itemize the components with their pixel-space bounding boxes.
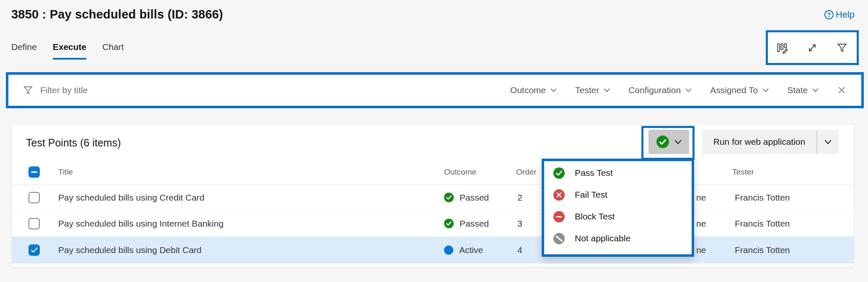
filter-dropdown-state[interactable]: State xyxy=(787,85,819,95)
column-options-button[interactable] xyxy=(773,38,792,57)
check-icon xyxy=(31,248,38,253)
help-link[interactable]: ? Help xyxy=(824,9,855,20)
filter-dropdown-outcome[interactable]: Outcome xyxy=(510,85,557,95)
tab-execute[interactable]: Execute xyxy=(53,42,87,60)
table-row[interactable]: Pay scheduled bills using Internet Banki… xyxy=(12,211,854,237)
menu-item-label: Fail Test xyxy=(575,190,607,200)
row-title: Pay scheduled bills using Credit Card xyxy=(58,193,204,203)
run-button-label: Run for web application xyxy=(702,130,816,154)
help-label: Help xyxy=(836,9,855,20)
clipped-configuration-text: ne xyxy=(696,245,706,255)
row-tester: Francis Totten xyxy=(735,245,790,255)
help-question-icon: ? xyxy=(824,10,834,19)
row-checkbox[interactable] xyxy=(28,218,40,229)
filter-dropdown-label: Assigned To xyxy=(710,85,758,95)
run-options-button[interactable] xyxy=(817,130,839,154)
filter-dropdown-label: Tester xyxy=(575,85,599,95)
filter-dropdown-label: Outcome xyxy=(510,85,546,95)
outcome-label: Passed xyxy=(460,193,489,203)
active-icon xyxy=(444,245,453,255)
column-header-order[interactable]: Order xyxy=(516,167,537,177)
menu-item-label: Block Test xyxy=(575,212,615,222)
clear-filter-icon[interactable]: ✕ xyxy=(837,85,846,96)
chevron-down-icon xyxy=(685,88,692,92)
row-order: 2 xyxy=(517,193,522,203)
chevron-down-icon xyxy=(550,88,557,92)
row-tester: Francis Totten xyxy=(735,193,790,203)
passed-icon xyxy=(444,219,454,228)
row-title: Pay scheduled bills using Internet Banki… xyxy=(58,219,224,229)
filter-bar-annotation-box: Outcome Tester Configuration Assigned To… xyxy=(6,72,864,108)
clipped-configuration-text: ne xyxy=(696,193,706,203)
select-all-checkbox[interactable] xyxy=(28,166,40,178)
filter-dropdown-label: Configuration xyxy=(628,85,681,95)
passed-icon xyxy=(444,193,454,202)
row-order: 4 xyxy=(517,245,522,255)
test-points-rows: Pay scheduled bills using Credit Card Pa… xyxy=(12,185,854,264)
test-plan-execute-page: 3850 : Pay scheduled bills (ID: 3866) ? … xyxy=(0,0,868,282)
row-checkbox-checked[interactable] xyxy=(28,245,40,256)
filter-icon xyxy=(836,42,848,54)
clipped-configuration-text: ne xyxy=(696,219,706,229)
filter-dropdowns: Outcome Tester Configuration Assigned To… xyxy=(510,85,819,95)
full-screen-button[interactable] xyxy=(803,38,822,57)
column-header-outcome[interactable]: Outcome xyxy=(444,167,476,177)
filter-by-title-icon xyxy=(23,85,34,96)
chevron-down-icon xyxy=(674,140,682,144)
column-options-icon xyxy=(776,42,789,54)
menu-item-label: Not applicable xyxy=(575,233,630,243)
menu-item-not-applicable[interactable]: Not applicable xyxy=(544,227,692,249)
table-row-selected[interactable]: Pay scheduled bills using Debit Card Act… xyxy=(12,237,854,264)
toolbar-annotation-box xyxy=(766,30,859,65)
column-header-tester[interactable]: Tester xyxy=(732,167,754,177)
chevron-down-icon xyxy=(604,88,610,92)
mark-outcome-button[interactable] xyxy=(648,130,689,154)
filter-dropdown-assigned-to[interactable]: Assigned To xyxy=(710,85,769,95)
filter-by-title-input[interactable] xyxy=(40,85,510,95)
pass-icon xyxy=(656,136,669,148)
menu-item-fail-test[interactable]: Fail Test xyxy=(544,184,692,206)
page-title: 3850 : Pay scheduled bills (ID: 3866) xyxy=(11,8,223,21)
chevron-down-icon xyxy=(762,88,769,92)
test-points-heading: Test Points (6 items) xyxy=(26,137,121,149)
block-icon xyxy=(553,211,565,222)
outcome-menu-annotation-box: Pass Test Fail Test Block Test Not appli… xyxy=(542,159,694,257)
row-tester: Francis Totten xyxy=(735,219,790,229)
row-title: Pay scheduled bills using Debit Card xyxy=(58,245,202,255)
menu-item-pass-test[interactable]: Pass Test xyxy=(544,162,692,184)
full-screen-icon xyxy=(806,42,818,54)
filter-dropdown-tester[interactable]: Tester xyxy=(575,85,610,95)
chevron-down-icon xyxy=(824,140,832,144)
menu-item-block-test[interactable]: Block Test xyxy=(544,206,692,227)
fail-icon xyxy=(553,189,565,201)
indeterminate-minus-icon xyxy=(31,171,37,173)
menu-item-label: Pass Test xyxy=(575,168,613,178)
filter-dropdown-configuration[interactable]: Configuration xyxy=(628,85,692,95)
row-order: 3 xyxy=(517,219,522,229)
outcome-menu: Pass Test Fail Test Block Test Not appli… xyxy=(544,161,692,254)
outcome-label: Passed xyxy=(460,219,489,229)
not-applicable-icon xyxy=(553,233,565,244)
filter-bar: Outcome Tester Configuration Assigned To… xyxy=(8,75,861,106)
filter-dropdown-label: State xyxy=(787,85,808,95)
row-checkbox[interactable] xyxy=(28,192,40,203)
pass-icon xyxy=(553,167,565,179)
chevron-down-icon xyxy=(812,88,819,92)
filter-toggle-button[interactable] xyxy=(832,38,852,57)
column-header-title[interactable]: Title xyxy=(58,167,73,177)
tab-define[interactable]: Define xyxy=(11,42,37,60)
outcome-label: Active xyxy=(459,245,483,255)
tab-bar: Define Execute Chart xyxy=(11,42,124,60)
run-for-web-application-button[interactable]: Run for web application xyxy=(702,130,839,154)
grid-header-row: Title Outcome Order Tester xyxy=(12,159,854,185)
tab-chart[interactable]: Chart xyxy=(102,42,124,60)
table-row[interactable]: Pay scheduled bills using Credit Card Pa… xyxy=(12,185,854,211)
